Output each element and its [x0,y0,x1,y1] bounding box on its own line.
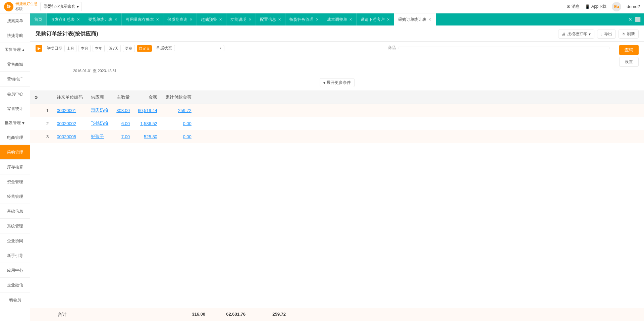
sidebar-item-enterprise[interactable]: 企业协同 [0,233,30,248]
tab-config-info[interactable]: 配置信息 ✕ [256,13,285,25]
row-supplier[interactable]: 飞鹤奶粉 [87,117,112,130]
date-btn-this-month[interactable]: 本月 [78,45,91,52]
user-avatar[interactable]: Ea [612,2,621,11]
row-code[interactable]: 00020001 [53,104,87,117]
row-gear[interactable] [30,130,42,143]
sidebar-item-member[interactable]: 会员中心 [0,87,30,101]
message-action[interactable]: ✉ 消息 [567,4,580,9]
row-amount[interactable]: 1,586.52 [134,117,161,130]
tab-collect-issue[interactable]: 收发存汇总表 ✕ [47,13,84,25]
goods-input[interactable] [398,47,610,49]
sidebar-item-wechat[interactable]: 企业微信 [0,278,30,292]
tab-purchase-stat[interactable]: 要货单统计表 ✕ [84,13,122,25]
row-paid[interactable]: 0.00 [161,130,196,143]
sidebar-item-retail-stat[interactable]: 零售统计 [0,101,30,116]
tab-cost-adjust[interactable]: 成本调整单 ✕ [323,13,357,25]
row-quantity[interactable]: 6.00 [112,117,134,130]
sidebar-item-inventory[interactable]: 库存核算 [0,160,30,174]
sidebar-item-retail-mall[interactable]: 零售商城 [0,57,30,72]
filter-goods-group: 商品 ... [388,45,615,51]
row-num: 3 [42,130,53,143]
tab-close-purchase-order-stat[interactable]: ✕ [428,17,431,22]
row-gear[interactable] [30,104,42,117]
tab-close-purchase-stat[interactable]: ✕ [114,17,117,22]
tab-close-collect-issue[interactable]: ✕ [77,17,80,22]
tab-available-stock[interactable]: 可用量库存账本 ✕ [122,13,163,25]
footer-spacer [34,312,58,318]
tab-close-invite-downstream[interactable]: ✕ [387,17,390,22]
row-quantity[interactable]: 303.00 [112,104,134,117]
sidebar-item-system[interactable]: 系统管理 [0,219,30,233]
sidebar-item-ecommerce[interactable]: 电商管理 [0,130,30,145]
tab-maximize-btn[interactable]: ⬜ [634,16,641,23]
sidebar-item-quick-nav[interactable]: 快捷导航 [0,28,30,43]
sidebar-item-purchase[interactable]: 采购管理 [0,145,30,160]
col-extra-header [196,91,644,104]
row-amount[interactable]: 525.80 [134,130,161,143]
sidebar-item-vip[interactable]: 畅会员 [0,292,30,307]
export-button[interactable]: ↓ 导出 [597,30,616,39]
page-title: 采购订单统计表(按供应商) [36,31,98,38]
date-range-display: 2016-01-01 至 2023-12-31 [73,68,639,73]
tab-close-overstock[interactable]: ✕ [219,17,222,22]
print-icon: 🖨 [562,32,566,37]
sidebar-item-basic[interactable]: 基础信息 [0,204,30,219]
col-gear-header[interactable]: ⚙ [30,91,42,104]
sidebar-item-search[interactable]: 搜索菜单 [0,13,30,28]
tab-close-pick-task[interactable]: ✕ [316,17,319,22]
sidebar-item-wholesale[interactable]: 批发管理 ▼ [0,116,30,130]
tab-invite-downstream[interactable]: 邀请下游客户 ✕ [357,13,394,25]
tab-home[interactable]: 首页 [30,13,47,25]
page-header-actions: 🖨 按模板打印 ▾ ↓ 导出 ↻ 刷新 [558,30,639,39]
date-btn-more[interactable]: 更多 [123,45,135,52]
query-button[interactable]: 查询 [619,45,639,55]
footer-paid: 259.72 [246,312,286,318]
row-supplier[interactable]: 好孩子 [87,130,112,143]
sidebar-item-newbie[interactable]: 新手引导 [0,248,30,263]
data-table: ⚙ 往来单位编码 供应商 主数量 金额 累计付款金额 1 00020001 [30,91,644,143]
row-code[interactable]: 00020005 [53,130,87,143]
filter-toggle-arrow[interactable]: ▶ [36,45,42,52]
expand-button[interactable]: ▾ 展开更多条件 [320,78,355,87]
print-button[interactable]: 🖨 按模板打印 ▾ [558,30,594,39]
tab-bar: 首页 收发存汇总表 ✕ 要货单统计表 ✕ 可用量库存账本 ✕ 保质期查询 ✕ 超… [30,13,644,25]
sidebar-item-marketing[interactable]: 营销推广 [0,72,30,87]
tab-close-function-desc[interactable]: ✕ [249,17,252,22]
date-btn-7days[interactable]: 近7天 [107,45,121,52]
tab-function-desc[interactable]: 功能说明 ✕ [226,13,256,25]
tab-close-config-info[interactable]: ✕ [278,17,281,22]
workspace-selector[interactable]: 母婴行业演示账套 ▾ [40,2,82,11]
status-dropdown[interactable]: ▾ [174,45,224,51]
row-paid[interactable]: 259.72 [161,104,196,117]
row-amount[interactable]: 60,519.44 [134,104,161,117]
username-label[interactable]: demo2 [627,4,640,9]
date-btn-this-year[interactable]: 本年 [93,45,105,52]
row-paid[interactable]: 0.00 [161,117,196,130]
sidebar-item-operations[interactable]: 经营管理 [0,189,30,204]
tab-close-cost-adjust[interactable]: ✕ [349,17,352,22]
row-quantity[interactable]: 7.00 [112,130,134,143]
row-code[interactable]: 00020002 [53,117,87,130]
sidebar-item-finance[interactable]: 资金管理 [0,174,30,189]
logo-icon: 好 [4,2,13,11]
row-gear[interactable] [30,117,42,130]
sidebar-item-app-center[interactable]: 应用中心 [0,263,30,278]
tab-overstock[interactable]: 超储预警 ✕ [197,13,226,25]
col-quantity-header: 主数量 [112,91,134,104]
tab-pick-task[interactable]: 拣货任务管理 ✕ [285,13,323,25]
tab-purchase-order-stat[interactable]: 采购订单统计表 ✕ [394,13,436,25]
row-num: 2 [42,117,53,130]
tab-close-expiry-query[interactable]: ✕ [190,17,193,22]
tab-close-available-stock[interactable]: ✕ [156,17,159,22]
refresh-button[interactable]: ↻ 刷新 [619,30,639,39]
tab-close-btn[interactable]: ✕ [628,16,633,23]
date-custom-badge[interactable]: 自定义 [137,45,152,52]
table-area: ⚙ 往来单位编码 供应商 主数量 金额 累计付款金额 1 00020001 [30,91,644,308]
date-btn-last-month[interactable]: 上月 [64,45,76,52]
row-supplier[interactable]: 惠氏奶粉 [87,104,112,117]
settings-button[interactable]: 设置 [619,57,639,67]
app-download-action[interactable]: 📱 App下载 [585,4,606,9]
tab-expiry-query[interactable]: 保质期查询 ✕ [163,13,197,25]
more-options-btn[interactable]: ... [612,46,615,50]
sidebar-item-retail[interactable]: 零售管理 ▲ [0,43,30,57]
